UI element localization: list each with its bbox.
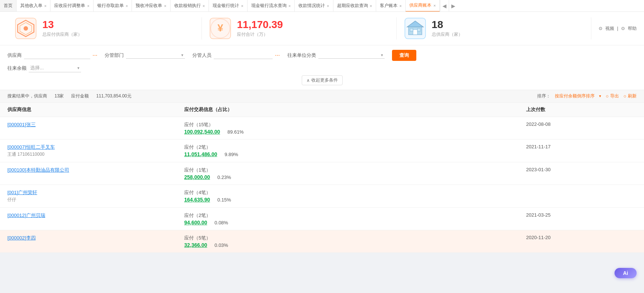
nav-tab-customer-account[interactable]: 客户账本 × xyxy=(376,0,406,12)
nav-tab-advance-collection-label: 预收冲应收单 xyxy=(136,3,162,9)
tx-amount[interactable]: 164,635.90 xyxy=(184,197,210,203)
tx-amount[interactable]: 258,000.00 xyxy=(184,174,210,180)
supplier-link[interactable]: [001]广州荣轩 xyxy=(7,189,184,196)
table-row-highlighted[interactable]: [000002]李四 应付 （5笔） 32,366.00 0.03% 2020-… xyxy=(0,230,644,253)
close-collection-stats[interactable]: × xyxy=(327,4,329,8)
dept-filter-select[interactable]: ▾ xyxy=(126,52,185,59)
collapse-button[interactable]: ∧ 收起更多条件 xyxy=(302,75,343,85)
supplier-filter-input[interactable] xyxy=(24,52,90,59)
category-filter-select[interactable]: ▾ xyxy=(318,52,385,59)
filter-dept: 分管部门 ▾ xyxy=(105,52,185,59)
search-button[interactable]: 查询 xyxy=(392,50,416,61)
nav-tab-other-income-label: 其他收入单 xyxy=(20,3,42,9)
refresh-icon: ○ xyxy=(623,93,626,99)
close-overdue-query[interactable]: × xyxy=(370,4,372,8)
supplier-info-cell: [000007]恒旺二手叉车 王通 17106110000 xyxy=(7,144,184,158)
nav-tab-collection-check[interactable]: 收款核销执行 × xyxy=(171,0,209,12)
result-supplier-count-value: 13家 xyxy=(55,93,64,99)
tx-amount[interactable]: 94,600.00 xyxy=(184,220,207,225)
nav-tab-bank-deposit[interactable]: 银行存取款单 × xyxy=(94,0,132,12)
person-filter-input[interactable] xyxy=(214,52,273,59)
nav-tab-home[interactable]: 首页 xyxy=(0,0,17,12)
supplier-summary-info: 13 总应付供应商（家） xyxy=(42,20,82,38)
tx-amount[interactable]: 100,092,540.00 xyxy=(184,129,220,135)
tx-amount[interactable]: 11,051,486.00 xyxy=(184,151,217,157)
tx-percent: 0.03% xyxy=(214,242,228,248)
close-bank-deposit[interactable]: × xyxy=(126,4,128,8)
export-icon: ○ xyxy=(606,93,609,99)
sort-select[interactable]: 按应付余额倒序排序 xyxy=(555,93,595,99)
nav-prev-arrow[interactable]: ◀ xyxy=(440,0,449,12)
close-advance-collection[interactable]: × xyxy=(164,4,166,8)
col-supplier-info: 供应商信息 xyxy=(7,106,184,113)
dept-dropdown-arrow: ▾ xyxy=(181,53,183,58)
tx-count: （2笔） xyxy=(194,144,211,151)
amount-summary-info: 11,170.39 应付合计（万） xyxy=(237,20,283,38)
sort-label: 排序： xyxy=(537,93,550,99)
supplier-sub: 仔仔 xyxy=(7,197,184,203)
col-last-pay: 上次付数 xyxy=(526,106,637,113)
svg-rect-12 xyxy=(417,28,420,31)
supplier-link[interactable]: [000002]李四 xyxy=(7,235,184,241)
nav-tab-ap-adjustment[interactable]: 应收应付调整单 × xyxy=(50,0,93,12)
table-row[interactable]: [000007]恒旺二手叉车 王通 17106110000 应付 （2笔） 11… xyxy=(0,139,644,162)
supplier-link[interactable]: [000007]恒旺二手叉车 xyxy=(7,144,184,151)
nav-tab-other-income[interactable]: 其他收入单 × xyxy=(17,0,50,12)
last-pay-cell: 2023-01-30 xyxy=(526,167,637,172)
balance-filter-select[interactable]: 选择... ▾ xyxy=(29,64,81,72)
close-cash-bank-stats[interactable]: × xyxy=(241,4,243,8)
store-icon xyxy=(404,17,426,39)
filter-row-2: 往来余额 选择... ▾ xyxy=(7,64,637,72)
supplier-link[interactable]: [000100]本特勤油品有限公司 xyxy=(7,167,184,173)
nav-tab-ap-adjustment-label: 应收应付调整单 xyxy=(54,3,85,9)
nav-tab-supplier-account[interactable]: 供应商账本 × xyxy=(406,0,440,12)
nav-tab-cash-bank-flow[interactable]: 现金银行流水查询 × xyxy=(248,0,295,12)
nav-tab-advance-collection[interactable]: 预收冲应收单 × xyxy=(132,0,170,12)
supplier-icon xyxy=(15,17,37,39)
close-collection-check[interactable]: × xyxy=(203,4,205,8)
refresh-btn[interactable]: ○ 刷新 xyxy=(623,93,637,99)
close-other-income[interactable]: × xyxy=(44,4,46,8)
nav-tab-cash-bank-stats[interactable]: 现金银行统计 × xyxy=(209,0,247,12)
supplier-link[interactable]: [000012]广州贝瑞 xyxy=(7,212,184,219)
tx-label: 应付 xyxy=(184,121,194,128)
tx-count: （4笔） xyxy=(194,189,211,196)
tx-amount-row: 32,366.00 0.03% xyxy=(184,241,526,248)
supplier-info-cell: [000001]张三 xyxy=(7,121,184,128)
svg-text:¥: ¥ xyxy=(218,22,224,34)
filter-category: 往来单位分类 ▾ xyxy=(287,52,385,59)
close-cash-bank-flow[interactable]: × xyxy=(288,4,291,8)
tx-row: 应付 （5笔） xyxy=(184,235,526,241)
supplier-filter-label: 供应商 xyxy=(7,52,22,59)
close-ap-adjustment[interactable]: × xyxy=(87,4,89,8)
tx-percent: 0.23% xyxy=(217,175,231,180)
nav-tab-collection-stats[interactable]: 收款情况统计 × xyxy=(295,0,333,12)
tx-count: （2笔） xyxy=(194,212,211,219)
video-link[interactable]: 视频 xyxy=(605,25,614,32)
nav-next-arrow[interactable]: ▶ xyxy=(449,0,458,12)
top-navigation: 首页 其他收入单 × 应收应付调整单 × 银行存取款单 × 预收冲应收单 × 收… xyxy=(0,0,644,12)
amount-value: 11,170.39 xyxy=(237,20,283,30)
nav-tab-overdue-query[interactable]: 超期应收款查询 × xyxy=(333,0,376,12)
table-header: 供应商信息 应付交易信息（占比） 上次付数 xyxy=(0,103,644,117)
person-filter-label: 分管人员 xyxy=(192,52,211,59)
amount-label: 应付合计（万） xyxy=(237,31,283,38)
filter-balance: 往来余额 选择... ▾ xyxy=(7,64,81,72)
sort-dropdown-arrow[interactable]: ▾ xyxy=(599,94,601,99)
tx-amount[interactable]: 32,366.00 xyxy=(184,242,207,248)
help-link[interactable]: 帮助 xyxy=(628,25,637,32)
supplier-link[interactable]: [000001]张三 xyxy=(7,121,184,128)
table-row[interactable]: [000001]张三 应付 （15笔） 100,092,540.00 89.61… xyxy=(0,117,644,139)
table-row[interactable]: [000100]本特勤油品有限公司 应付 （1笔） 258,000.00 0.2… xyxy=(0,162,644,185)
table-row[interactable]: [000012]广州贝瑞 应付 （2笔） 94,600.00 0.08% 202… xyxy=(0,208,644,230)
table-row[interactable]: [001]广州荣轩 仔仔 应付 （4笔） 164,635.90 0.15% xyxy=(0,185,644,208)
circle-icon2: ⊙ xyxy=(621,26,625,31)
last-pay-value: 2021-03-25 xyxy=(526,212,551,218)
export-btn[interactable]: ○ 导出 xyxy=(606,93,619,99)
close-customer-account[interactable]: × xyxy=(399,4,402,8)
supplier-ellipsis-btn[interactable]: ··· xyxy=(92,52,97,59)
close-supplier-account[interactable]: × xyxy=(433,3,435,8)
refresh-label: 刷新 xyxy=(628,93,637,99)
tx-label: 应付 xyxy=(184,235,194,241)
person-ellipsis-btn[interactable]: ··· xyxy=(275,52,280,59)
